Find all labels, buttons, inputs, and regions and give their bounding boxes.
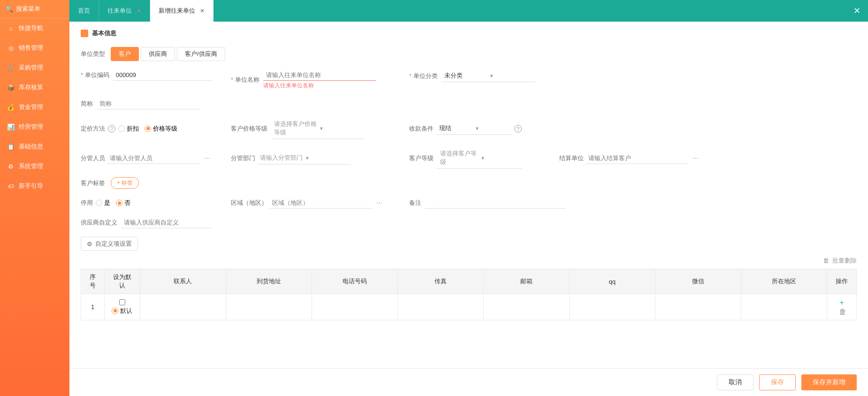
sidebar-item-basic[interactable]: 📋 基础信息 [0,137,69,156]
sidebar-label-purchase: 采购管理 [19,63,43,72]
radio-discount[interactable]: 折扣 [118,124,139,133]
customer-level-select[interactable]: 请选择客户等级 ▼ [437,148,522,169]
btn-both[interactable]: 客户/供应商 [177,47,225,61]
radio-disable-yes[interactable]: 是 [96,199,110,207]
row-fax[interactable] [397,294,483,320]
sidebar-item-purchase[interactable]: 🛒 采购管理 [0,58,69,78]
gear-icon: ⚙ [87,241,92,248]
name-input[interactable] [263,70,376,81]
close-window-button[interactable]: ✕ [846,6,868,16]
system-icon: ⚙ [7,162,15,171]
add-tag-button[interactable]: + 标签 [111,177,139,189]
col-qq: qq [569,269,655,294]
remark-input[interactable] [425,197,566,209]
supplier-custom-input[interactable] [121,217,212,228]
tab-new-partner[interactable]: 新增往来单位 ✕ [150,0,213,22]
row-checkbox[interactable]: 默认 [105,294,140,320]
manager-input[interactable] [107,153,200,164]
supplier-custom-row: 供应商自定义 [81,217,857,228]
region-input[interactable] [269,197,373,209]
sidebar-label-sales: 销售管理 [19,44,43,52]
save-button[interactable]: 保存 [759,374,796,390]
sidebar-item-system[interactable]: ⚙ 系统管理 [0,156,69,176]
row-phone-input[interactable] [318,303,392,311]
cancel-button[interactable]: 取消 [717,374,754,390]
tab-home[interactable]: 首页 [69,0,99,22]
pricing-label: 定价方法 [81,124,105,133]
row-contact-input[interactable] [146,303,220,311]
radio-disable-no[interactable]: 否 [116,199,130,207]
settle-unit-input[interactable] [586,153,689,164]
settle-unit-more-btn[interactable]: ··· [691,154,700,163]
batch-delete-label[interactable]: 批量删除 [832,257,857,264]
dept-select[interactable]: 请输入分管部门 ▼ [257,152,351,164]
row-delete-button[interactable]: 🗑 [839,308,846,316]
row-qq[interactable] [569,294,655,320]
unit-type-label: 单位类型 [81,50,105,58]
row-address[interactable] [226,294,312,320]
row-default-radio[interactable]: 默认 [110,307,134,315]
category-value: 未分类 [444,71,487,80]
tab-home-label: 首页 [78,7,90,15]
radio-price-level[interactable]: 价格等级 [145,124,177,133]
sidebar-item-sales[interactable]: ◎ 销售管理 [0,38,69,58]
manager-more-btn[interactable]: ··· [202,154,212,163]
name-field: 单位名称 请输入往来单位名称 [231,70,390,90]
sidebar-item-inventory[interactable]: 📦 库存核算 [0,78,69,97]
payment-terms-select[interactable]: 现结 ▼ [436,122,511,135]
code-input[interactable] [113,70,212,81]
row-fax-input[interactable] [404,303,478,311]
table-header-row: 序号 设为默认 联系人 到货地址 电话号码 传真 邮箱 qq 微信 所在地区 操… [81,269,857,294]
sidebar-item-management[interactable]: 📊 经营管理 [0,117,69,137]
payment-terms-help-icon[interactable]: ? [514,125,522,132]
row-qq-input[interactable] [575,303,649,311]
col-index: 序号 [81,269,105,294]
row-select-checkbox[interactable] [119,299,125,305]
row-address-input[interactable] [232,303,306,311]
save-new-button[interactable]: 保存并新增 [801,374,857,390]
sidebar-label-guide: 新手引导 [19,182,43,190]
tab-partners[interactable]: 往来单位 ✕ [99,0,150,22]
btn-customer[interactable]: 客户 [111,47,139,61]
inventory-icon: 📦 [7,83,15,92]
table-row: 1 默认 [81,294,857,320]
close-partners-tab[interactable]: ✕ [137,8,141,14]
row-wechat-input[interactable] [661,303,735,311]
radio-disable-no-label: 否 [124,199,130,207]
row-contact[interactable] [140,294,226,320]
row-email[interactable] [483,294,569,320]
radio-disable-no-circle [116,200,122,206]
short-name-input[interactable] [97,98,200,109]
form-content: 基本信息 单位类型 客户 供应商 客户/供应商 单位编码 单位名称 [69,22,868,368]
sidebar-item-guide[interactable]: 🏷 新手引导 [0,176,69,196]
btn-supplier[interactable]: 供应商 [141,47,175,61]
row-default-label: 默认 [120,307,132,315]
purchase-icon: 🛒 [7,63,15,72]
radio-price-level-circle [145,125,151,132]
close-new-partner-tab[interactable]: ✕ [200,8,205,14]
sidebar-item-quick-nav[interactable]: ⌂ 快捷导航 [0,18,69,38]
row-region-input[interactable] [747,303,821,311]
customer-price-select[interactable]: 请选择客户价格等级 ▼ [271,118,365,139]
sidebar-item-finance[interactable]: 💰 资金管理 [0,97,69,117]
region-field: 区域（地区） ··· [231,197,390,209]
custom-setting-button[interactable]: ⚙ 自定义项设置 [81,237,138,251]
disable-field: 停用 是 否 [81,199,212,207]
category-field: 单位分类 未分类 ▼ [409,70,559,82]
col-fax: 传真 [397,269,483,294]
finance-icon: 💰 [7,103,15,111]
row-action[interactable]: ＋ 🗑 [827,294,856,320]
row-wechat[interactable] [655,294,741,320]
pricing-help-icon[interactable]: ? [108,125,115,132]
name-label: 单位名称 [231,76,259,84]
tab-new-partner-label: 新增往来单位 [159,7,195,15]
section-title: 基本信息 [92,29,116,38]
row-phone[interactable] [312,294,397,320]
row-email-input[interactable] [489,303,563,311]
row-add-button[interactable]: ＋ [838,298,845,306]
region-more-btn[interactable]: ··· [374,199,384,207]
row-region[interactable] [741,294,827,320]
search-menu-item[interactable]: 🔍 搜索菜单 [0,0,69,18]
radio-price-level-label: 价格等级 [153,124,177,133]
category-select[interactable]: 未分类 ▼ [442,70,535,82]
